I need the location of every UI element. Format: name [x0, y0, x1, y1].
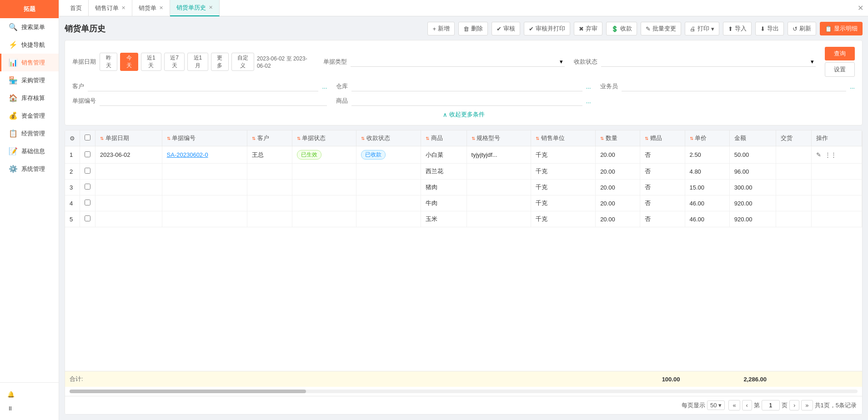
- row-checkbox[interactable]: [85, 151, 90, 157]
- payment-sort-icon[interactable]: ⇅: [361, 136, 365, 141]
- date-btn-today[interactable]: 今天: [120, 53, 138, 71]
- type-select[interactable]: ▾: [351, 57, 565, 67]
- doc-no-link[interactable]: SA-20230602-0: [167, 151, 208, 158]
- approve-print-button[interactable]: ✔ 审核并打印: [524, 22, 570, 35]
- batch-change-button[interactable]: ✎ 批量变更: [641, 22, 681, 35]
- tab-close-all[interactable]: ✕: [858, 4, 863, 12]
- sidebar-bell-button[interactable]: 🔔: [0, 387, 59, 401]
- next-page-button[interactable]: ›: [789, 400, 799, 410]
- row-checkbox[interactable]: [85, 215, 90, 221]
- sidebar-item-system[interactable]: ⚙️ 系统管理: [0, 160, 59, 178]
- pagination-bar: 每页显示 50 ▾ « ‹ 第 页 › » 共1页，5条记录: [65, 396, 862, 414]
- customer-sort-icon[interactable]: ⇅: [252, 136, 256, 141]
- row-checkbox[interactable]: [85, 184, 90, 190]
- discard-button[interactable]: ✖ 弃审: [574, 22, 602, 35]
- date-btn-yesterday[interactable]: 昨天: [100, 53, 117, 71]
- tab-sales-order-close[interactable]: ✕: [121, 5, 125, 11]
- setting-button[interactable]: 设置: [825, 62, 855, 77]
- warehouse-ellipsis[interactable]: ...: [586, 83, 591, 90]
- print-icon: 🖨: [690, 25, 696, 32]
- spec-cell: tyjyjtyjdf...: [467, 146, 531, 164]
- tab-sales-goods-close[interactable]: ✕: [159, 5, 163, 11]
- export-button[interactable]: ⬇ 导出: [755, 22, 784, 35]
- sidebar-pause-button[interactable]: ⏸: [0, 401, 59, 415]
- tab-home[interactable]: 首页: [64, 0, 89, 16]
- warehouse-input[interactable]: [351, 81, 582, 91]
- sidebar-item-operations[interactable]: 📋 经营管理: [0, 125, 59, 142]
- tab-sales-history-close[interactable]: ✕: [209, 5, 213, 10]
- settings-col-header[interactable]: ⚙: [65, 130, 80, 146]
- query-button[interactable]: 查询: [825, 47, 855, 60]
- more-icon[interactable]: ⋮⋮: [825, 151, 837, 158]
- delete-button[interactable]: 🗑 删除: [458, 22, 488, 35]
- gift-sort-icon[interactable]: ⇅: [645, 136, 648, 141]
- filter-doc-no: 单据编号: [72, 96, 327, 106]
- checkbox-cell[interactable]: [80, 211, 95, 227]
- prev-page-button[interactable]: ‹: [742, 400, 752, 410]
- date-btn-custom[interactable]: 自定义: [231, 53, 254, 71]
- sidebar-item-purchase[interactable]: 🏪 采购管理: [0, 71, 59, 89]
- pause-icon: ⏸: [7, 405, 13, 412]
- checkbox-cell[interactable]: [80, 180, 95, 195]
- sidebar-item-search[interactable]: 🔍 搜索菜单: [0, 18, 59, 36]
- unit-sort-icon[interactable]: ⇅: [536, 136, 539, 141]
- date-btn-7days[interactable]: 近7天: [164, 53, 185, 71]
- date-btn-more[interactable]: 更多: [211, 53, 229, 71]
- tab-sales-order[interactable]: 销售订单 ✕: [89, 0, 132, 16]
- show-detail-button[interactable]: 📋 显示明细: [820, 22, 863, 35]
- collect-button[interactable]: 💲 收款: [606, 22, 637, 35]
- footer-qty-total: 100.00: [662, 376, 680, 383]
- refresh-button[interactable]: ↺ 刷新: [788, 22, 816, 35]
- payment-status-badge: 已收款: [361, 150, 386, 160]
- salesperson-input[interactable]: [622, 81, 846, 91]
- sidebar-item-quick-nav[interactable]: ⚡ 快捷导航: [0, 36, 59, 54]
- transaction-cell: [776, 195, 812, 211]
- date-btn-1month[interactable]: 近1月: [187, 53, 208, 71]
- sidebar-item-finance[interactable]: 💰 资金管理: [0, 107, 59, 125]
- date-btn-1day[interactable]: 近1天: [141, 53, 161, 71]
- page-number-input[interactable]: [762, 400, 780, 410]
- sidebar-item-inventory[interactable]: 🏠 库存核算: [0, 89, 59, 107]
- collapse-button[interactable]: ∧ 收起更多条件: [72, 110, 855, 119]
- checkbox-col-header[interactable]: [80, 130, 95, 146]
- table-container[interactable]: ⚙ ⇅ 单据日期 ⇅ 单据编号 ⇅ 客户 ⇅ 单据状态 ⇅ 收款状态 ⇅ 商品: [65, 130, 862, 371]
- goods-ellipsis[interactable]: ...: [586, 98, 591, 105]
- checkbox-cell[interactable]: [80, 195, 95, 211]
- import-button[interactable]: ⬆ 导入: [723, 22, 752, 35]
- salesperson-ellipsis[interactable]: ...: [850, 83, 855, 90]
- doc-no-input[interactable]: [100, 96, 327, 106]
- goods-input[interactable]: [351, 96, 582, 106]
- tab-sales-goods[interactable]: 销货单 ✕: [132, 0, 170, 16]
- price-sort-icon[interactable]: ⇅: [690, 136, 693, 141]
- qty-sort-icon[interactable]: ⇅: [600, 136, 604, 141]
- goods-sort-icon[interactable]: ⇅: [426, 136, 429, 141]
- print-button[interactable]: 🖨 打印 ▾: [685, 22, 719, 35]
- approve-button[interactable]: ✔ 审核: [492, 22, 520, 35]
- customer-cell: [247, 211, 292, 227]
- checkbox-cell[interactable]: [80, 164, 95, 180]
- page-size-box[interactable]: 50 ▾: [707, 400, 725, 410]
- sidebar-item-base-info[interactable]: 📝 基础信息: [0, 142, 59, 160]
- doc-status-sort-icon[interactable]: ⇅: [297, 136, 301, 141]
- sidebar-item-sales[interactable]: 📊 销售管理: [0, 54, 59, 71]
- date-sort-icon[interactable]: ⇅: [100, 136, 104, 141]
- price-col-header: ⇅ 单价: [685, 130, 729, 146]
- select-all-checkbox[interactable]: [85, 135, 90, 140]
- first-page-button[interactable]: «: [728, 400, 740, 410]
- row-checkbox[interactable]: [85, 200, 90, 205]
- spec-sort-icon[interactable]: ⇅: [472, 136, 475, 141]
- tab-sales-history[interactable]: 销货单历史 ✕: [170, 0, 220, 16]
- add-button[interactable]: + 新增: [427, 22, 455, 35]
- last-page-button[interactable]: »: [801, 400, 813, 410]
- horizontal-scrollbar[interactable]: [65, 387, 862, 396]
- settings-col-icon[interactable]: ⚙: [70, 135, 75, 142]
- collapse-icon: ∧: [443, 111, 447, 118]
- edit-icon[interactable]: ✎: [816, 151, 821, 158]
- row-checkbox[interactable]: [85, 168, 90, 174]
- table-area: ⚙ ⇅ 单据日期 ⇅ 单据编号 ⇅ 客户 ⇅ 单据状态 ⇅ 收款状态 ⇅ 商品: [65, 130, 863, 415]
- customer-ellipsis[interactable]: ...: [322, 83, 327, 90]
- payment-select[interactable]: ▾: [601, 57, 816, 67]
- customer-input[interactable]: [88, 81, 318, 91]
- doc-no-sort-icon[interactable]: ⇅: [167, 136, 171, 141]
- checkbox-cell[interactable]: [80, 146, 95, 164]
